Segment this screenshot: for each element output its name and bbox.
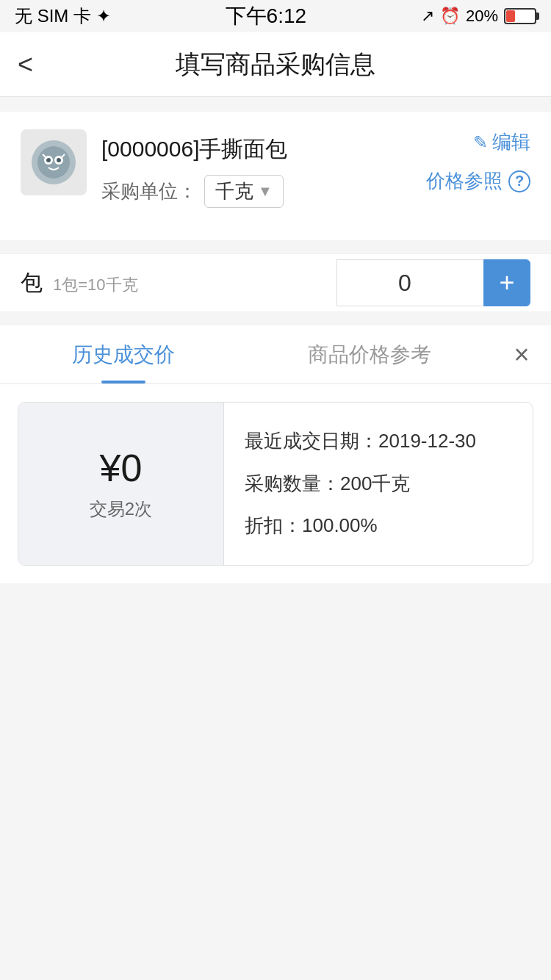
card-discount: 折扣：100.00% [245, 511, 512, 541]
tabs-container: 历史成交价 商品价格参考 × ¥0 交易2次 最近成交日期：2019-12-30… [0, 325, 551, 583]
product-logo-icon [35, 144, 72, 181]
price-reference-button[interactable]: 价格参照 ? [426, 168, 530, 194]
recent-date-label: 最近成交日期： [245, 430, 378, 452]
tab-history-price[interactable]: 历史成交价 [0, 325, 246, 383]
card-quantity: 采购数量：200千克 [245, 469, 512, 500]
unit-value: 千克 [215, 179, 253, 204]
page-title: 填写商品采购信息 [176, 48, 375, 82]
edit-button[interactable]: ✎ 编辑 [473, 129, 530, 155]
status-time: 下午6:12 [226, 2, 307, 30]
product-info: [0000006]手撕面包 采购单位： 千克 ▼ [21, 129, 287, 208]
product-image-placeholder [32, 140, 76, 184]
help-icon: ? [508, 170, 530, 192]
product-thumbnail [21, 129, 87, 195]
status-left: 无 SIM 卡 ✦ [15, 4, 111, 28]
quantity-input-group: + [336, 259, 530, 306]
card-container: ¥0 交易2次 最近成交日期：2019-12-30 采购数量：200千克 折扣：… [0, 384, 551, 583]
purchase-unit-label: 采购单位： [101, 179, 197, 204]
unit-select-dropdown[interactable]: 千克 ▼ [204, 175, 284, 208]
sim-label: 无 SIM 卡 ✦ [15, 4, 111, 28]
battery-icon [504, 8, 536, 24]
quantity-input[interactable] [336, 259, 483, 306]
status-bar: 无 SIM 卡 ✦ 下午6:12 ↗ ⏰ 20% [0, 0, 551, 32]
history-price-card: ¥0 交易2次 最近成交日期：2019-12-30 采购数量：200千克 折扣：… [18, 402, 533, 566]
discount-label: 折扣： [245, 514, 302, 536]
card-details: 最近成交日期：2019-12-30 采购数量：200千克 折扣：100.00% [224, 403, 533, 565]
back-button[interactable]: < [18, 49, 33, 80]
card-price-value: ¥0 [100, 446, 143, 490]
edit-icon: ✎ [473, 132, 488, 153]
price-ref-label: 价格参照 [426, 168, 503, 194]
quantity-plus-button[interactable]: + [483, 259, 530, 306]
quantity-label-group: 包 1包=10千克 [21, 268, 138, 298]
quantity-label: 采购数量： [245, 472, 340, 494]
alarm-icon: ⏰ [440, 7, 460, 26]
tab-close-button[interactable]: × [492, 339, 551, 370]
quantity-hint: 1包=10千克 [53, 274, 138, 296]
card-recent-date: 最近成交日期：2019-12-30 [245, 426, 512, 457]
tab-history-label: 历史成交价 [72, 341, 175, 369]
purchase-row: 采购单位： 千克 ▼ [101, 175, 287, 208]
nav-bar: < 填写商品采购信息 [0, 32, 551, 97]
quantity-section: 包 1包=10千克 + [0, 253, 551, 312]
discount-value: 100.00% [302, 514, 378, 536]
product-header: [0000006]手撕面包 采购单位： 千克 ▼ ✎ 编辑 价格 [21, 129, 530, 208]
tab-product-price-ref[interactable]: 商品价格参考 [246, 325, 492, 383]
product-name: [0000006]手撕面包 [101, 134, 287, 165]
quantity-unit: 包 [21, 268, 43, 298]
chevron-down-icon: ▼ [258, 183, 273, 200]
quantity-value: 200千克 [340, 472, 410, 494]
battery-percent: 20% [466, 7, 498, 26]
product-details: [0000006]手撕面包 采购单位： 千克 ▼ [101, 129, 287, 208]
svg-point-0 [37, 146, 70, 179]
tab-active-indicator [101, 381, 145, 383]
status-right: ↗ ⏰ 20% [421, 7, 536, 26]
recent-date-value: 2019-12-30 [378, 430, 476, 452]
card-trades-count: 交易2次 [90, 497, 152, 521]
product-section: [0000006]手撕面包 采购单位： 千克 ▼ ✎ 编辑 价格 [0, 112, 551, 240]
purchase-unit-group: 采购单位： 千克 ▼ [101, 175, 284, 208]
card-price-summary: ¥0 交易2次 [18, 403, 224, 565]
tab-product-label: 商品价格参考 [308, 341, 431, 369]
location-icon: ↗ [421, 7, 434, 26]
bottom-area [0, 583, 551, 980]
edit-label: 编辑 [492, 129, 530, 155]
tabs-header: 历史成交价 商品价格参考 × [0, 325, 551, 384]
